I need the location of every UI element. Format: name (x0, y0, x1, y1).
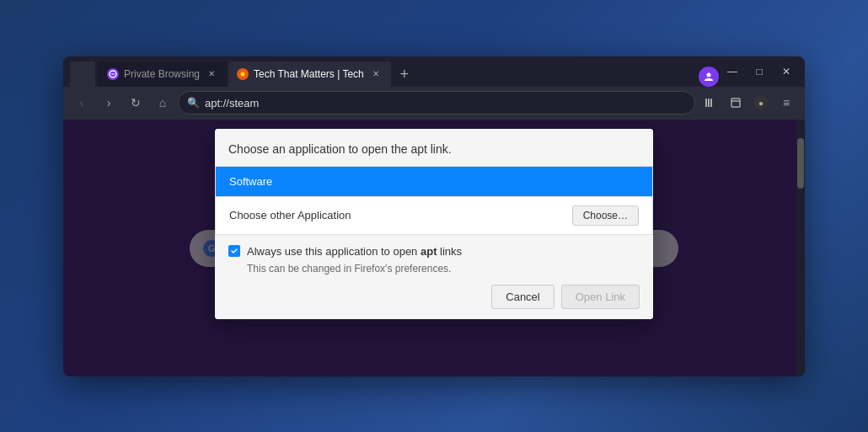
checkbox-label-bold: apt (421, 245, 437, 258)
scrollbar-thumb[interactable] (797, 138, 804, 189)
preferences-hint: This can be changed in Firefox's prefere… (247, 263, 640, 275)
choose-button[interactable]: Choose… (572, 205, 639, 226)
new-tab-button[interactable]: + (393, 63, 416, 87)
toolbar: ‹ › ↻ ⌂ 🔍 apt://steam ● (63, 87, 805, 120)
checkbox-label-prefix: Always use this application to open (247, 245, 421, 258)
tab-tech-label: Tech That Matters | Tech (254, 68, 364, 80)
svg-rect-7 (731, 99, 740, 107)
checkbox-label-suffix: links (437, 245, 462, 258)
dialog-buttons: Cancel Open Link (228, 285, 640, 309)
window-controls: — □ ✕ (721, 60, 798, 87)
svg-point-3 (707, 72, 711, 77)
other-application-row: Choose other Application Choose… (216, 196, 652, 234)
browser-window: Private Browsing ✕ Tech That Matters | T… (63, 56, 805, 376)
dialog: Choose an application to open the apt li… (215, 129, 653, 319)
modal-overlay: Choose an application to open the apt li… (63, 120, 805, 376)
svg-rect-6 (710, 99, 712, 107)
address-url: apt://steam (205, 97, 686, 109)
address-bar[interactable]: 🔍 apt://steam (178, 91, 695, 115)
dialog-footer: Always use this application to open apt … (215, 235, 653, 319)
svg-rect-4 (705, 99, 707, 107)
cancel-button[interactable]: Cancel (491, 285, 554, 309)
minimize-button[interactable]: — (721, 60, 744, 83)
maximize-button[interactable]: □ (747, 60, 771, 83)
browser-content: G Search t Choose an application to open… (63, 120, 805, 376)
open-link-button[interactable]: Open Link (561, 285, 640, 309)
reload-button[interactable]: ↻ (124, 91, 147, 115)
tab-bar: Private Browsing ✕ Tech That Matters | T… (63, 56, 805, 87)
synced-tabs-button[interactable] (724, 91, 747, 115)
tab-padding (70, 61, 95, 87)
toolbar-right: ● ≡ (699, 91, 798, 115)
always-use-checkbox[interactable] (228, 245, 240, 257)
always-use-checkbox-row: Always use this application to open apt … (228, 245, 640, 258)
profile-circle-button[interactable]: ● (749, 91, 773, 115)
other-application-label: Choose other Application (229, 209, 351, 221)
home-button[interactable]: ⌂ (151, 91, 174, 115)
close-button[interactable]: ✕ (774, 60, 798, 83)
svg-rect-5 (708, 99, 710, 107)
svg-point-2 (241, 72, 245, 76)
dialog-body: Software Choose other Application Choose… (215, 166, 653, 235)
tab-tech-close[interactable]: ✕ (369, 67, 383, 81)
firefox-icon (237, 68, 249, 80)
software-option[interactable]: Software (216, 167, 652, 196)
bookmarks-button[interactable] (699, 91, 722, 115)
tab-private-close[interactable]: ✕ (205, 67, 218, 81)
tab-private-label: Private Browsing (124, 68, 200, 80)
dialog-header: Choose an application to open the apt li… (215, 129, 653, 166)
tab-private[interactable]: Private Browsing ✕ (99, 61, 227, 87)
menu-button[interactable]: ≡ (774, 91, 798, 115)
private-browsing-icon (107, 68, 119, 80)
forward-button[interactable]: › (97, 91, 121, 115)
tab-tech[interactable]: Tech That Matters | Tech ✕ (228, 61, 391, 87)
always-use-label: Always use this application to open apt … (247, 245, 462, 258)
scrollbar[interactable] (796, 120, 805, 376)
dialog-title: Choose an application to open the apt li… (228, 142, 640, 156)
back-button[interactable]: ‹ (70, 91, 94, 115)
profile-button[interactable] (699, 67, 719, 87)
address-search-icon: 🔍 (187, 97, 200, 109)
